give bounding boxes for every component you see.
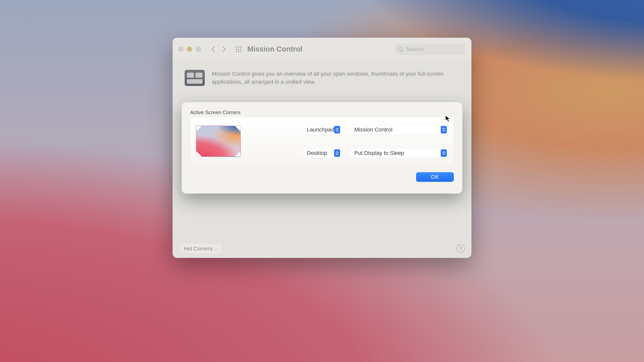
- close-window-icon[interactable]: [178, 47, 183, 52]
- chevron-up-down-icon: [334, 126, 340, 133]
- hot-corners-sheet: Active Screen Corners Launchpad Mission …: [182, 102, 462, 194]
- window-toolbar: Mission Control: [173, 38, 471, 61]
- corner-indicator-icon: [196, 126, 202, 131]
- help-button[interactable]: ?: [456, 244, 465, 253]
- bottom-right-corner-select[interactable]: Put Display to Sleep: [350, 148, 448, 158]
- svg-point-6: [236, 51, 237, 52]
- grid-icon: [235, 46, 242, 53]
- top-right-corner-select[interactable]: Mission Control: [350, 125, 448, 135]
- chevron-up-down-icon: [334, 149, 340, 157]
- svg-point-7: [238, 51, 239, 52]
- hot-corners-button[interactable]: Hot Corners…: [179, 243, 222, 254]
- bottom-left-corner-value: Desktop: [307, 150, 334, 156]
- traffic-lights: [178, 47, 201, 52]
- svg-point-0: [236, 46, 237, 48]
- screen-thumbnail: [196, 126, 241, 157]
- top-left-corner-select[interactable]: Launchpad: [303, 125, 342, 135]
- ok-button[interactable]: OK: [416, 172, 454, 182]
- svg-line-10: [402, 50, 403, 52]
- zoom-window-icon[interactable]: [196, 47, 201, 52]
- svg-point-1: [238, 46, 239, 48]
- search-input[interactable]: [406, 46, 462, 53]
- chevron-up-down-icon: [441, 149, 447, 157]
- corners-grid: Launchpad Mission Control Desktop: [190, 117, 454, 166]
- window-title: Mission Control: [247, 45, 302, 53]
- svg-point-2: [240, 46, 242, 48]
- search-icon: [398, 47, 404, 52]
- mission-control-icon: [185, 70, 205, 86]
- svg-point-5: [240, 49, 242, 50]
- svg-point-8: [240, 51, 242, 52]
- chevron-left-icon: [211, 46, 215, 53]
- svg-point-3: [236, 49, 237, 50]
- corner-indicator-icon: [235, 126, 240, 131]
- sheet-title: Active Screen Corners: [190, 110, 454, 115]
- bottom-right-corner-value: Put Display to Sleep: [354, 150, 441, 156]
- back-button[interactable]: [208, 44, 218, 54]
- top-left-corner-value: Launchpad: [307, 126, 334, 133]
- show-all-button[interactable]: [234, 44, 244, 54]
- chevron-up-down-icon: [441, 126, 447, 133]
- search-field[interactable]: [394, 43, 466, 55]
- pane-description: Mission Control gives you an overview of…: [212, 70, 451, 86]
- pane-footer: Hot Corners… ?: [173, 239, 471, 258]
- svg-point-4: [238, 49, 239, 50]
- forward-button[interactable]: [219, 44, 229, 54]
- bottom-left-corner-select[interactable]: Desktop: [303, 148, 342, 158]
- corner-indicator-icon: [235, 151, 240, 157]
- chevron-right-icon: [222, 46, 226, 53]
- corner-indicator-icon: [196, 151, 202, 157]
- minimize-window-icon[interactable]: [187, 47, 192, 52]
- top-right-corner-value: Mission Control: [354, 126, 441, 133]
